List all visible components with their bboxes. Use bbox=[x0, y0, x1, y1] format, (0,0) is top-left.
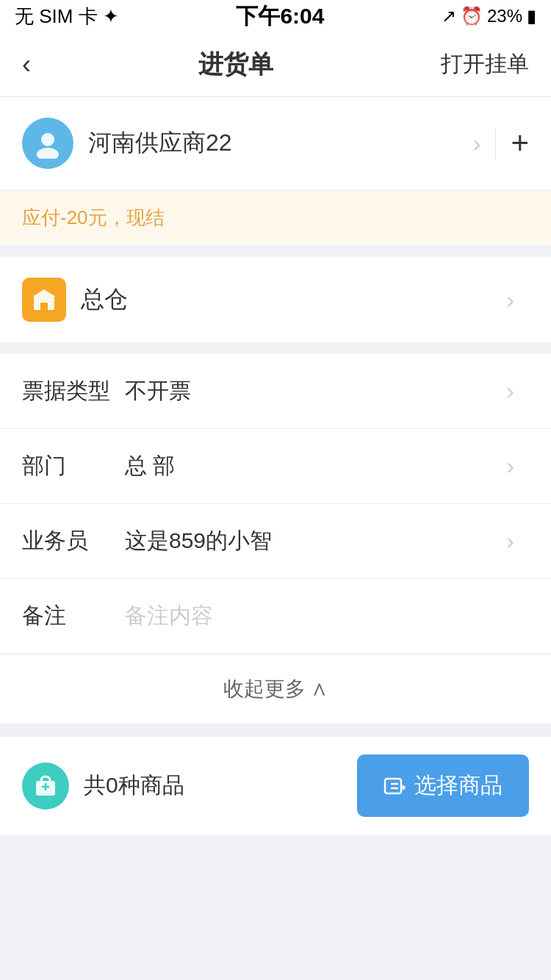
supplier-name: 河南供应商22 bbox=[88, 127, 473, 159]
dept-label: 部门 bbox=[22, 451, 110, 481]
dept-value: 总 部 bbox=[110, 451, 506, 481]
select-product-label: 选择商品 bbox=[414, 771, 503, 801]
sales-label: 业务员 bbox=[22, 526, 110, 556]
product-count: 共0种商品 bbox=[84, 771, 357, 801]
svg-point-0 bbox=[41, 133, 54, 146]
back-button[interactable]: ‹ bbox=[22, 49, 31, 80]
collapse-row[interactable]: 收起更多 ∧ bbox=[0, 654, 551, 724]
svg-marker-3 bbox=[32, 289, 56, 297]
svg-rect-4 bbox=[40, 303, 48, 310]
location-icon: ↗ bbox=[442, 6, 456, 26]
add-supplier-button[interactable]: + bbox=[495, 128, 529, 159]
svg-point-1 bbox=[37, 148, 59, 159]
sim-status: 无 SIM 卡 ✦ bbox=[15, 4, 119, 29]
supplier-card: 河南供应商22 › + 应付-20元，现结 bbox=[0, 97, 551, 245]
main-content: 河南供应商22 › + 应付-20元，现结 总仓 › 票据类型 不开票 › bbox=[0, 97, 551, 980]
select-product-button[interactable]: 选择商品 bbox=[357, 754, 529, 817]
bottom-bar: 共0种商品 选择商品 bbox=[0, 735, 551, 835]
status-right: ↗ ⏰ 23% ▮ bbox=[442, 6, 536, 26]
chevron-right-icon: › bbox=[473, 130, 481, 157]
alarm-icon: ⏰ bbox=[461, 6, 483, 26]
warehouse-chevron-icon: › bbox=[506, 287, 514, 314]
gray-area bbox=[0, 835, 551, 980]
select-product-icon bbox=[383, 774, 407, 798]
notes-row[interactable]: 备注 备注内容 bbox=[0, 579, 551, 654]
status-left: 无 SIM 卡 ✦ bbox=[15, 4, 119, 29]
warehouse-name: 总仓 bbox=[81, 284, 506, 316]
supplier-row[interactable]: 河南供应商22 › + bbox=[0, 97, 551, 190]
form-section: 票据类型 不开票 › 部门 总 部 › 业务员 这是859的小智 › 备注 备注… bbox=[0, 354, 551, 724]
open-pending-button[interactable]: 打开挂单 bbox=[441, 49, 529, 79]
dept-chevron-icon: › bbox=[506, 453, 514, 480]
notes-label: 备注 bbox=[22, 601, 110, 631]
product-icon bbox=[22, 763, 69, 810]
dept-row[interactable]: 部门 总 部 › bbox=[0, 429, 551, 504]
sales-chevron-icon: › bbox=[506, 527, 514, 555]
status-time: 下午6:04 bbox=[236, 1, 324, 32]
battery-level: 23% bbox=[487, 6, 522, 26]
status-bar: 无 SIM 卡 ✦ 下午6:04 ↗ ⏰ 23% ▮ bbox=[0, 0, 551, 32]
notes-input[interactable]: 备注内容 bbox=[110, 601, 529, 631]
sales-value: 这是859的小智 bbox=[110, 526, 506, 556]
warehouse-card[interactable]: 总仓 › bbox=[0, 257, 551, 342]
battery-icon: ▮ bbox=[527, 6, 536, 26]
ticket-type-row[interactable]: 票据类型 不开票 › bbox=[0, 354, 551, 429]
sales-row[interactable]: 业务员 这是859的小智 › bbox=[0, 504, 551, 579]
collapse-label: 收起更多 ∧ bbox=[223, 677, 328, 700]
ticket-type-value: 不开票 bbox=[110, 376, 506, 406]
svg-rect-8 bbox=[385, 779, 401, 793]
ticket-chevron-icon: › bbox=[506, 378, 514, 405]
nav-bar: ‹ 进货单 打开挂单 bbox=[0, 32, 551, 97]
page-title: 进货单 bbox=[198, 48, 273, 82]
ticket-type-label: 票据类型 bbox=[22, 376, 110, 406]
notice-banner: 应付-20元，现结 bbox=[0, 190, 551, 245]
notice-text: 应付-20元，现结 bbox=[22, 206, 165, 228]
warehouse-row[interactable]: 总仓 › bbox=[0, 257, 551, 342]
supplier-avatar bbox=[22, 118, 73, 169]
warehouse-icon bbox=[22, 278, 66, 322]
